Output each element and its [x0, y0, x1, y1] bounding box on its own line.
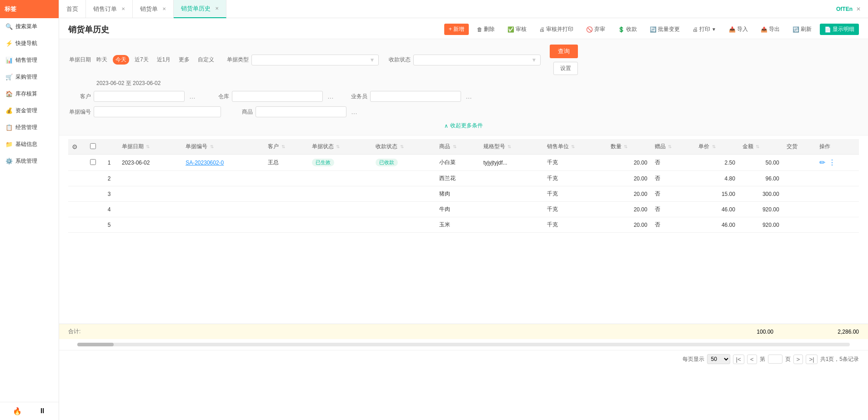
sidebar-item-inventory[interactable]: 🏠 库存核算	[0, 85, 59, 102]
sidebar-item-system[interactable]: ⚙️ 系统管理	[0, 153, 59, 170]
goods-input[interactable]	[256, 106, 346, 117]
sidebar-item-operations[interactable]: 📋 经营管理	[0, 119, 59, 136]
tab-sales-order[interactable]: 销售订单 ✕	[86, 0, 133, 18]
th-action: 操作	[816, 139, 859, 155]
payment-status-select[interactable]: ▼	[413, 55, 541, 65]
row1-more-icon[interactable]: ⋮	[828, 159, 836, 166]
customer-input[interactable]	[94, 91, 185, 102]
date-sort-icon: ⇅	[146, 144, 150, 149]
date-filter-item: 单据日期 昨天 今天 近7天 近1月 更多 自定义	[68, 55, 217, 65]
warehouse-dot-btn[interactable]: …	[326, 93, 336, 100]
th-qty[interactable]: 数量 ⇅	[607, 139, 651, 155]
horizontal-scrollbar[interactable]	[77, 343, 850, 346]
goods-sort-icon: ⇅	[453, 144, 457, 149]
prev-page-btn[interactable]: <	[747, 355, 757, 364]
table-body: 1 2023-06-02 SA-20230602-0 王总 已生效 已收款 小白…	[68, 155, 859, 233]
th-gift[interactable]: 赠品 ⇅	[651, 139, 695, 155]
sidebar-item-quick-nav[interactable]: ⚡ 快捷导航	[0, 35, 59, 52]
export-button[interactable]: 📤 导出	[756, 24, 784, 35]
date-btn-today[interactable]: 今天	[113, 55, 129, 65]
business-input[interactable]	[370, 91, 461, 102]
row1-goods: 小白菜	[436, 155, 480, 171]
warehouse-input[interactable]	[232, 91, 323, 102]
sidebar-item-basic-info[interactable]: 📁 基础信息	[0, 136, 59, 153]
date-btn-more[interactable]: 更多	[176, 55, 192, 65]
row1-payment-status: 已收款	[372, 155, 436, 171]
display-button[interactable]: 📄 显示明细	[820, 24, 859, 35]
review-button[interactable]: ✅ 审核	[503, 24, 531, 35]
th-date[interactable]: 单据日期 ⇅	[118, 139, 182, 155]
scroll-thumb[interactable]	[77, 343, 114, 346]
collapse-button[interactable]: ∧ 收起更多条件	[68, 122, 859, 130]
row1-edit-icon[interactable]: ✏	[819, 159, 825, 166]
row5-delivery	[783, 217, 816, 233]
row1-doc-no: SA-20230602-0	[182, 155, 264, 171]
warehouse-filter-item: 仓库 …	[206, 91, 336, 102]
review-print-button[interactable]: 🖨 审核并打印	[535, 24, 578, 35]
fire-icon[interactable]: 🔥	[13, 407, 22, 415]
th-price[interactable]: 单价 ⇅	[695, 139, 739, 155]
first-page-btn[interactable]: |<	[733, 355, 744, 364]
abandon-button[interactable]: 🚫 弃审	[582, 24, 610, 35]
sidebar-item-label: 销售管理	[15, 56, 37, 64]
collect-button[interactable]: 💲 收款	[613, 24, 642, 35]
batch-change-button[interactable]: 🔄 批量变更	[645, 24, 684, 35]
date-btn-1month[interactable]: 近1月	[154, 55, 174, 65]
per-page-select[interactable]: 50 100 200	[707, 354, 730, 364]
business-dot-btn[interactable]: …	[464, 93, 474, 100]
row1-doc-no-link[interactable]: SA-20230602-0	[186, 160, 224, 166]
sidebar-item-sales-mgmt[interactable]: 📊 销售管理	[0, 52, 59, 69]
th-doc-status[interactable]: 单据状态 ⇅	[308, 139, 372, 155]
th-doc-no[interactable]: 单据编号 ⇅	[182, 139, 264, 155]
import-button[interactable]: 📥 导入	[724, 24, 753, 35]
doc-no-input[interactable]	[94, 106, 221, 117]
select-all-checkbox[interactable]	[90, 143, 96, 149]
th-amount[interactable]: 金额 ⇅	[739, 139, 783, 155]
row3-doc-no	[182, 186, 264, 202]
pause-icon[interactable]: ⏸	[39, 407, 46, 415]
th-delivery: 交货	[783, 139, 816, 155]
th-spec[interactable]: 规格型号 ⇅	[480, 139, 543, 155]
setting-button[interactable]: 设置	[553, 62, 578, 75]
th-settings[interactable]: ⚙	[68, 139, 86, 155]
export-icon: 📤	[761, 26, 768, 33]
sidebar-item-purchase-mgmt[interactable]: 🛒 采购管理	[0, 69, 59, 85]
print-button[interactable]: 🖨 打印 ▼	[688, 24, 721, 35]
tab-sales-delivery-close[interactable]: ✕	[162, 6, 166, 11]
current-page-input[interactable]: 1	[768, 355, 783, 364]
system-icon: ⚙️	[5, 158, 13, 165]
last-page-btn[interactable]: >|	[806, 355, 817, 364]
date-btn-custom[interactable]: 自定义	[195, 55, 217, 65]
tab-sales-history[interactable]: 销货单历史 ✕	[174, 0, 226, 18]
refresh-button[interactable]: 🔃 刷新	[788, 24, 816, 35]
th-goods[interactable]: 商品 ⇅	[436, 139, 480, 155]
th-unit[interactable]: 销售单位 ⇅	[543, 139, 607, 155]
th-customer[interactable]: 客户 ⇅	[264, 139, 308, 155]
row1-select-checkbox[interactable]	[90, 159, 96, 165]
date-btn-yesterday[interactable]: 昨天	[94, 55, 110, 65]
tab-sales-delivery[interactable]: 销货单 ✕	[133, 0, 174, 18]
goods-dot-btn[interactable]: …	[349, 108, 359, 115]
date-btn-7days[interactable]: 近7天	[132, 55, 151, 65]
th-payment-status[interactable]: 收款状态 ⇅	[372, 139, 436, 155]
sidebar-item-finance[interactable]: 💰 资金管理	[0, 102, 59, 119]
window-close-btn[interactable]: ✕	[856, 6, 861, 12]
tab-sales-order-close[interactable]: ✕	[121, 6, 125, 11]
sidebar-item-label: 资金管理	[15, 107, 37, 115]
row2-doc-status	[308, 171, 372, 186]
tab-sales-history-close[interactable]: ✕	[215, 6, 219, 11]
tab-home[interactable]: 首页	[59, 0, 86, 18]
row1-gift: 否	[651, 155, 695, 171]
doc-type-select[interactable]: ▼	[251, 55, 379, 65]
sidebar-item-search-menu[interactable]: 🔍 搜索菜单	[0, 18, 59, 35]
row2-payment-status	[372, 171, 436, 186]
row2-qty: 20.00	[607, 171, 651, 186]
delete-button[interactable]: 🗑 删除	[472, 24, 499, 35]
new-button[interactable]: + 新增	[444, 24, 469, 35]
next-page-btn[interactable]: >	[793, 355, 803, 364]
footer-label: 合计:	[68, 328, 95, 335]
query-button[interactable]: 查询	[550, 45, 578, 58]
row3-price: 15.00	[695, 186, 739, 202]
customer-dot-btn[interactable]: …	[187, 93, 197, 100]
business-filter-item: 业务员 …	[345, 91, 474, 102]
